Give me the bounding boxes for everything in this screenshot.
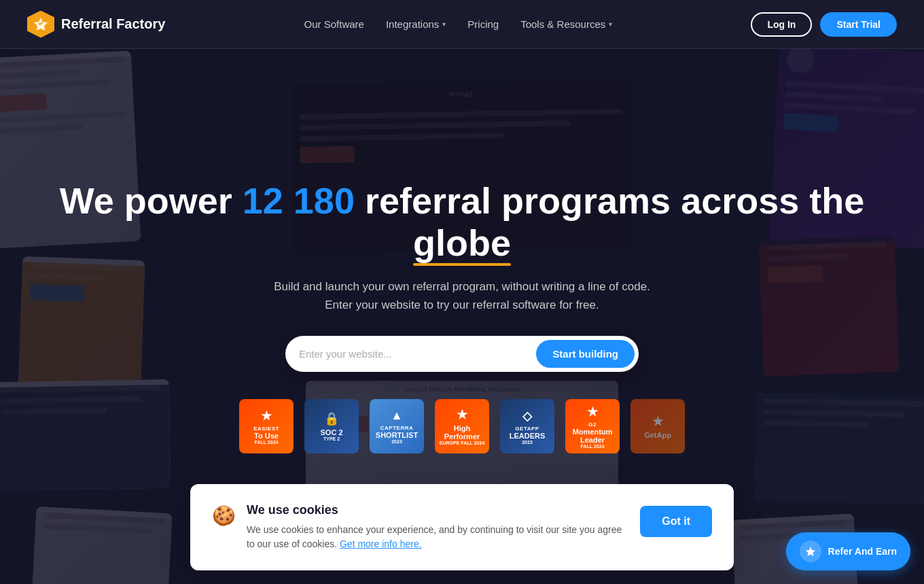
badge-icon-star: ★ <box>261 409 272 424</box>
logo-icon <box>27 11 54 38</box>
logo-text: Referral Factory <box>61 16 165 32</box>
cookie-title: We use cookies <box>247 503 626 517</box>
refer-earn-label: Refer And Earn <box>828 546 897 557</box>
badge-g2-easiest: ★ Easiest To Use FALL 2024 <box>239 399 294 453</box>
navigation: Referral Factory Our Software Integratio… <box>0 0 924 49</box>
nav-actions: Log In Start Trial <box>751 12 897 37</box>
logo-link[interactable]: Referral Factory <box>27 11 165 38</box>
cookie-icon: 🍪 <box>212 504 236 527</box>
badge-capterra: ▲ Capterra SHORTLIST 2023 <box>370 399 424 453</box>
cookie-banner: 🍪 We use cookies We use cookies to enhan… <box>190 484 734 570</box>
badge-icon-extra: ★ <box>652 414 663 429</box>
nav-pricing[interactable]: Pricing <box>467 18 499 30</box>
badge-icon-capterra: ▲ <box>391 409 403 423</box>
badge-icon-lock: 🔒 <box>324 411 339 426</box>
refer-earn-button[interactable]: Refer And Earn <box>786 532 910 570</box>
bg-card-4 <box>31 506 172 584</box>
badge-icon-getapp: ◇ <box>522 409 532 424</box>
hero-content: We power 12 180 referral programs across… <box>0 166 924 468</box>
badge-g2-high: ★ High Performer Europe FALL 2024 <box>435 399 489 453</box>
chevron-down-icon-2: ▾ <box>609 20 612 28</box>
website-input[interactable] <box>299 348 536 360</box>
badge-extra: ★ GetApp <box>630 399 685 453</box>
cookie-content: 🍪 We use cookies We use cookies to enhan… <box>212 503 626 551</box>
badge-getapp: ◇ GetApp LEADERS 2023 <box>500 399 554 453</box>
hero-globe: globe <box>413 222 511 263</box>
login-button[interactable]: Log In <box>751 12 812 37</box>
nav-tools-resources[interactable]: Tools & Resources ▾ <box>520 18 612 30</box>
cookie-text: We use cookies We use cookies to enhance… <box>247 503 626 551</box>
badge-icon-star-2: ★ <box>457 407 467 422</box>
badges-row: ★ Easiest To Use FALL 2024 🔒 SOC 2 TYPE … <box>14 399 910 453</box>
cookie-description: We use cookies to enhance your experienc… <box>247 523 626 551</box>
badge-soc2: 🔒 SOC 2 TYPE 2 <box>304 399 359 453</box>
hero-title: We power 12 180 referral programs across… <box>14 179 910 264</box>
start-trial-button[interactable]: Start Trial <box>820 12 897 37</box>
nav-our-software[interactable]: Our Software <box>304 18 364 30</box>
got-it-button[interactable]: Got it <box>640 506 712 537</box>
hero-number: 12 180 <box>243 180 355 221</box>
hero-subtitle: Build and launch your own referral progr… <box>265 277 659 314</box>
search-bar: Start building <box>285 336 639 372</box>
nav-integrations[interactable]: Integrations ▾ <box>386 18 446 30</box>
badge-icon-momentum: ★ <box>587 405 598 419</box>
chevron-down-icon: ▾ <box>442 20 446 28</box>
cookie-more-info-link[interactable]: Get more info here. <box>340 538 422 549</box>
nav-links: Our Software Integrations ▾ Pricing Tool… <box>304 18 613 30</box>
refer-icon <box>800 540 821 562</box>
badge-momentum: ★ G2 Momentum Leader FALL 2024 <box>565 399 620 453</box>
cookie-actions: Got it <box>640 503 712 537</box>
start-building-button[interactable]: Start building <box>536 340 635 368</box>
